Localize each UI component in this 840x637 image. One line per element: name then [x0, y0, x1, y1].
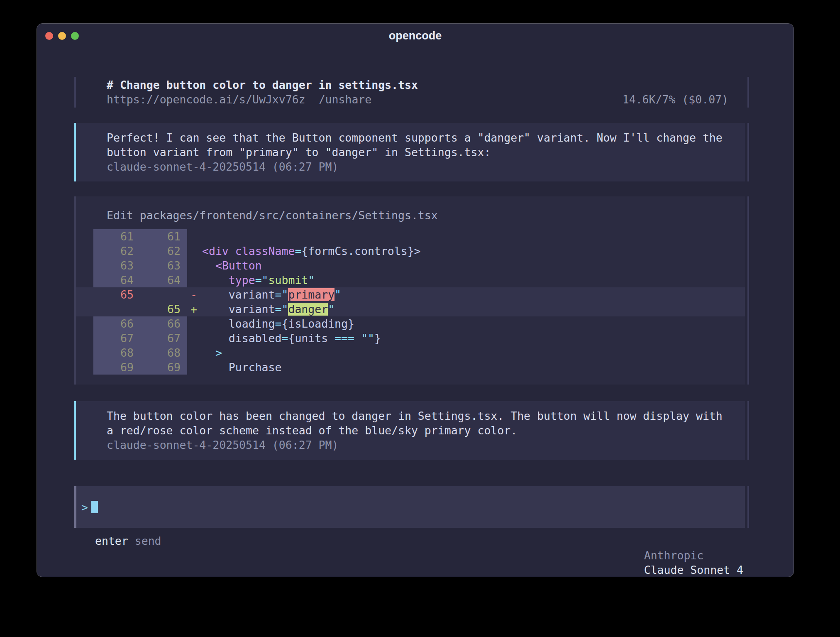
diff-row: 6666 loading={isLoading}	[76, 316, 745, 331]
message-text-line: Perfect! I can see that the Button compo…	[107, 130, 745, 145]
diff-row: 65- variant="primary"	[76, 287, 745, 302]
diff-rows: 61616262<div className={formCs.controls}…	[76, 229, 745, 375]
prompt-input[interactable]: >	[74, 486, 745, 528]
diff-row: 6969 Purchase	[76, 360, 745, 375]
message-text-line: The button color has been changed to dan…	[107, 409, 745, 423]
diff-row: 6868 >	[76, 345, 745, 360]
diff-row: 6767 disabled={units === ""}	[76, 331, 745, 345]
message-model-timestamp: claude-sonnet-4-20250514 (06:27 PM)	[107, 159, 745, 174]
session-title: # Change button color to danger in setti…	[107, 78, 745, 92]
message-text-line: button variant from "primary" to "danger…	[107, 145, 745, 159]
token-usage-cost: 14.6K/7% ($0.07)	[623, 92, 728, 107]
window-title: opencode	[389, 29, 442, 43]
opencode-window: opencode # Change button color to danger…	[37, 23, 794, 577]
diff-row: 6262<div className={formCs.controls}>	[76, 244, 745, 258]
diff-row: 6464 type="submit"	[76, 273, 745, 287]
assistant-message-1: Perfect! I can see that the Button compo…	[74, 123, 749, 181]
diff-row: 6363 <Button	[76, 258, 745, 273]
message-model-timestamp: claude-sonnet-4-20250514 (06:27 PM)	[107, 438, 745, 452]
prompt-input-block: >	[74, 486, 749, 528]
message-text-line: a red/rose color scheme instead of the b…	[107, 423, 745, 438]
edit-tool-card: Edit packages/frontend/src/containers/Se…	[74, 196, 749, 385]
traffic-lights	[45, 32, 79, 40]
enter-key-hint: enter	[95, 534, 128, 577]
session-content: # Change button color to danger in setti…	[37, 48, 794, 577]
helper-row: enter send Anthropic Claude Sonnet 4	[74, 534, 749, 577]
unshare-command[interactable]: /unshare	[319, 92, 372, 107]
provider-label: Anthropic	[644, 549, 711, 562]
window-titlebar: opencode	[37, 24, 794, 48]
diff-row: 65+ variant="danger"	[76, 302, 745, 316]
close-window-button[interactable]	[45, 32, 53, 40]
send-hint-label: send	[128, 534, 161, 577]
edit-file-path: Edit packages/frontend/src/containers/Se…	[76, 208, 745, 223]
text-cursor	[91, 501, 98, 513]
minimize-window-button[interactable]	[58, 32, 66, 40]
diff-row: 6161	[76, 229, 745, 244]
session-header: # Change button color to danger in setti…	[74, 77, 749, 108]
assistant-message-2: The button color has been changed to dan…	[74, 401, 749, 460]
model-label: Claude Sonnet 4	[644, 564, 743, 576]
prompt-symbol: >	[81, 500, 88, 514]
share-url-link[interactable]: https://opencode.ai/s/UwJxv76z	[107, 92, 305, 107]
zoom-window-button[interactable]	[71, 32, 79, 40]
